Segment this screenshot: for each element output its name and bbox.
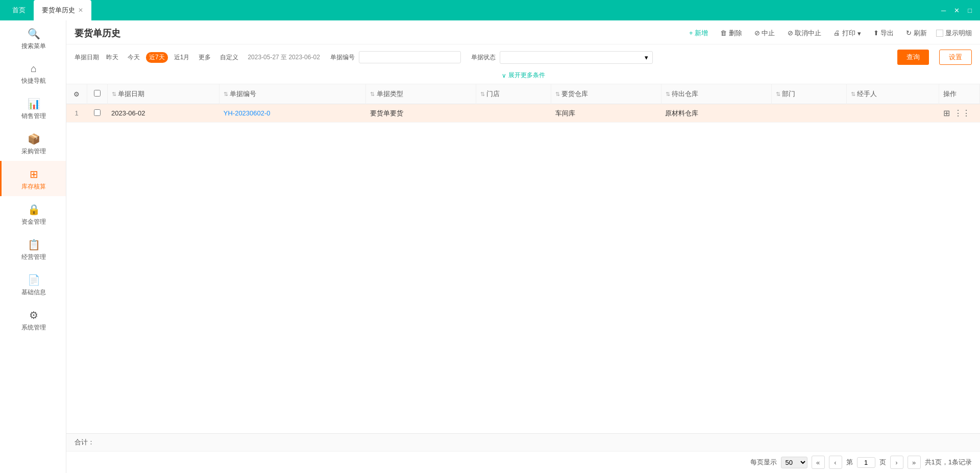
doc-status-filter-group: 单据状态 ▾ [471,51,887,64]
col-doc-date[interactable]: 单据日期 [107,84,219,104]
tab-requisition-history[interactable]: 要货单历史 ✕ [34,0,91,20]
row-actions: ⊞ ⋮⋮ [939,104,980,123]
sidebar-item-label: 销售管理 [21,112,46,121]
query-button[interactable]: 查询 [897,50,929,65]
doc-status-label: 单据状态 [471,53,496,62]
row-doc-number[interactable]: YH-20230602-0 [219,104,366,123]
window-minimize-icon[interactable]: ─ [941,7,946,14]
date-option-1month[interactable]: 近1月 [171,52,193,63]
print-dropdown-icon: ▾ [857,30,861,37]
sidebar-item-ops-mgmt[interactable]: 📋 经营管理 [0,231,66,267]
col-pending-warehouse[interactable]: 待出仓库 [661,84,771,104]
doc-number-link[interactable]: YH-20230602-0 [224,109,271,117]
export-button[interactable]: ⬆ 导出 [870,27,897,40]
total-label: 合计： [75,438,94,446]
row-index: 1 [66,104,87,123]
content-area: 要货单历史 + 新增 🗑 删除 ⊘ 中止 ⊘ 取消中止 🖨 打印 ▾ [66,20,980,473]
row-checkbox[interactable] [87,104,107,123]
row-department [771,104,846,123]
settings-button[interactable]: 设置 [939,50,972,65]
system-mgmt-icon: ⚙ [29,309,38,321]
display-detail-checkbox[interactable] [936,30,943,37]
window-maximize-icon[interactable]: □ [968,7,972,14]
sidebar-item-sales-mgmt[interactable]: 📊 销售管理 [0,90,66,126]
doc-number-label: 单据编号 [330,53,355,62]
date-range-display: 2023-05-27 至 2023-06-02 [248,53,320,62]
sidebar: 🔍 搜索菜单 ⌂ 快捷导航 📊 销售管理 📦 采购管理 ⊞ 库存核算 🔒 资金管… [0,20,66,473]
cancel-stop-button[interactable]: ⊘ 取消中止 [785,27,825,40]
date-option-today[interactable]: 今天 [125,52,143,63]
filter-row-1: 单据日期 昨天 今天 近7天 近1月 更多 自定义 2023-05-27 至 2… [75,50,972,65]
prev-page-button[interactable]: ‹ [829,456,842,469]
sidebar-item-system-mgmt[interactable]: ⚙ 系统管理 [0,302,66,337]
page-number-input[interactable] [857,457,875,468]
date-options: 昨天 今天 近7天 近1月 更多 自定义 [103,52,241,63]
tab-home[interactable]: 首页 [4,0,34,20]
sidebar-item-label: 搜索菜单 [21,42,46,51]
doc-status-select[interactable]: ▾ [500,51,653,64]
sidebar-item-basic-info[interactable]: 📄 基础信息 [0,267,66,302]
top-bar: 首页 要货单历史 ✕ ─ ✕ □ [0,0,980,20]
sales-mgmt-icon: 📊 [28,98,40,110]
table-body: 1 2023-06-02 YH-20230602-0 要货单要货 车间库 原材料… [66,104,980,123]
quick-nav-icon: ⌂ [31,63,37,75]
header-actions: + 新增 🗑 删除 ⊘ 中止 ⊘ 取消中止 🖨 打印 ▾ ⬆ 导出 [686,27,972,40]
sidebar-item-finance-mgmt[interactable]: 🔒 资金管理 [0,196,66,231]
col-handler[interactable]: 经手人 [846,84,939,104]
sidebar-item-quick-nav[interactable]: ⌂ 快捷导航 [0,56,66,90]
date-option-yesterday[interactable]: 昨天 [103,52,121,63]
table-row: 1 2023-06-02 YH-20230602-0 要货单要货 车间库 原材料… [66,104,980,123]
main-layout: 🔍 搜索菜单 ⌂ 快捷导航 📊 销售管理 📦 采购管理 ⊞ 库存核算 🔒 资金管… [0,20,980,473]
row-view-icon[interactable]: ⊞ [943,108,950,118]
row-doc-type: 要货单要货 [366,104,476,123]
display-detail-button[interactable]: 显示明细 [936,29,972,38]
window-close-icon[interactable]: ✕ [954,7,960,14]
doc-number-input[interactable] [359,51,461,63]
pagination-bar: 每页显示 10 20 50 100 « ‹ 第 页 › » 共1页，1条记录 [66,451,980,473]
col-doc-number[interactable]: 单据编号 [219,84,366,104]
sidebar-item-search-menu[interactable]: 🔍 搜索菜单 [0,20,66,56]
date-option-7days[interactable]: 近7天 [146,52,168,63]
finance-mgmt-icon: 🔒 [28,203,40,216]
first-page-button[interactable]: « [812,456,825,469]
row-handler [846,104,939,123]
tab-bar: 首页 要货单历史 ✕ [4,0,91,20]
col-department[interactable]: 部门 [771,84,846,104]
new-button[interactable]: + 新增 [686,27,711,40]
expand-chevron-icon: ∨ [502,72,506,79]
select-all-checkbox[interactable] [94,90,101,97]
col-store[interactable]: 门店 [476,84,551,104]
sidebar-item-label: 系统管理 [21,323,46,332]
stop-button[interactable]: ⊘ 中止 [751,27,778,40]
last-page-button[interactable]: » [908,456,921,469]
sidebar-item-label: 资金管理 [21,218,46,226]
col-req-warehouse[interactable]: 要货仓库 [551,84,662,104]
total-pages-info: 共1页，1条记录 [925,458,972,467]
row-more-icon[interactable]: ⋮⋮ [954,108,970,118]
col-doc-type[interactable]: 单据类型 [366,84,476,104]
refresh-button[interactable]: ↻ 刷新 [903,27,930,40]
delete-button[interactable]: 🗑 删除 [717,27,745,40]
page-title: 要货单历史 [75,27,686,39]
sidebar-item-inventory[interactable]: ⊞ 库存核算 [0,161,66,196]
inventory-icon: ⊞ [30,168,38,180]
row-pending-warehouse: 原材料仓库 [661,104,771,123]
date-option-more[interactable]: 更多 [195,52,214,63]
col-settings[interactable]: ⚙ [66,84,87,104]
sidebar-item-purchase-mgmt[interactable]: 📦 采购管理 [0,126,66,161]
data-table: ⚙ 单据日期 单据编号 单据类型 门店 要货仓库 待出仓库 部门 经手人 操作 [66,84,980,123]
tab-close-icon[interactable]: ✕ [78,7,83,14]
print-button[interactable]: 🖨 打印 ▾ [830,27,864,40]
row-select-checkbox[interactable] [94,109,101,116]
row-req-warehouse: 车间库 [551,104,662,123]
table-header: ⚙ 单据日期 单据编号 单据类型 门店 要货仓库 待出仓库 部门 经手人 操作 [66,84,980,104]
expand-more-button[interactable]: ∨ 展开更多条件 [75,69,972,81]
filter-bar: 单据日期 昨天 今天 近7天 近1月 更多 自定义 2023-05-27 至 2… [66,44,980,84]
sidebar-item-label: 采购管理 [21,147,46,156]
table-footer: 合计： [66,433,980,451]
ops-mgmt-icon: 📋 [28,239,40,251]
sidebar-item-label: 基础信息 [21,288,46,297]
per-page-select[interactable]: 10 20 50 100 [781,457,807,468]
next-page-button[interactable]: › [890,456,903,469]
date-option-custom[interactable]: 自定义 [217,52,241,63]
